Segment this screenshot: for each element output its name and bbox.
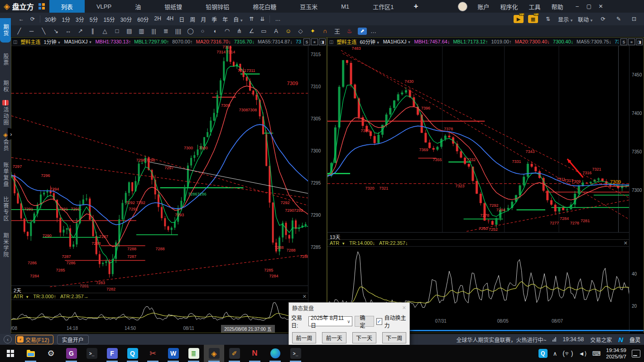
- interval-selector[interactable]: 1分钟▼: [43, 38, 61, 45]
- workspace-tab-9[interactable]: 工作区1: [361, 0, 405, 13]
- close-indicator-icon[interactable]: ✕: [624, 240, 628, 246]
- left-chart-canvas[interactable]: 7297729672947291729172917290728872877287…: [11, 46, 309, 333]
- taskbar-file-explorer-icon[interactable]: [20, 345, 41, 362]
- trade-button[interactable]: ⚡ 交易(F12): [15, 335, 53, 344]
- display-dropdown[interactable]: 显示▼: [558, 15, 573, 23]
- interval-button-周[interactable]: 周: [187, 15, 198, 23]
- link-dropdown[interactable]: 联动▼: [578, 15, 593, 23]
- arc-tool-icon[interactable]: ◖: [209, 26, 221, 36]
- taskbar-qq-icon[interactable]: Q: [122, 345, 143, 362]
- more-tools-icon[interactable]: …: [368, 26, 379, 36]
- interval-button-60分[interactable]: 60分: [135, 15, 151, 23]
- pitchfork-tool-icon[interactable]: ⋔: [234, 26, 245, 36]
- workspace-tab-5[interactable]: 铅钢锌铝: [194, 0, 241, 13]
- volume-icon[interactable]: ◄⟩: [579, 350, 587, 357]
- sidebar-item-2[interactable]: 股票: [0, 53, 10, 66]
- list-button[interactable]: ≡: [311, 38, 318, 45]
- magnet-mode-icon[interactable]: ∩: [319, 26, 331, 36]
- sidebar-item-6[interactable]: 账单复盘: [0, 162, 10, 187]
- text-box-tool-icon[interactable]: ▤: [124, 26, 135, 36]
- keyboard-icon[interactable]: ⌨: [592, 350, 601, 357]
- segment-tool-icon[interactable]: ╱: [14, 26, 25, 36]
- sync-icon[interactable]: ⟳: [598, 16, 609, 22]
- workspace-tab-8[interactable]: M1: [329, 0, 361, 13]
- interval-button-4H[interactable]: 4H: [164, 15, 176, 23]
- trend-arrow-tool-icon[interactable]: ↗: [75, 26, 86, 36]
- fib-retracement-tool-icon[interactable]: ≣: [160, 26, 172, 36]
- dialog-nav-button-4[interactable]: 下一周: [382, 332, 406, 343]
- close-indicator-icon[interactable]: ✕: [303, 294, 307, 300]
- gann-tool-icon[interactable]: 王: [332, 26, 343, 36]
- share-icon[interactable]: ⇅: [543, 16, 553, 22]
- dialog-nav-button-1[interactable]: 前一周: [292, 332, 316, 343]
- list-button[interactable]: ≡: [628, 38, 635, 45]
- interval-button-15分[interactable]: 15分: [101, 15, 117, 23]
- replay-vip-icon[interactable]: ▶VIP: [514, 15, 524, 23]
- ruler-tool-icon[interactable]: ▭: [258, 26, 269, 36]
- sidebar-item-futures[interactable]: 期货: [0, 18, 11, 43]
- hot-marker-icon[interactable]: ♨: [344, 26, 355, 36]
- vertical-lines-tool-icon[interactable]: |||: [148, 26, 159, 36]
- menu-item-2[interactable]: 程序化: [495, 2, 523, 11]
- taskbar-n-app-icon[interactable]: N: [245, 345, 265, 362]
- workspace-tab-4[interactable]: 银纸镍: [153, 0, 194, 13]
- dialog-close-icon[interactable]: ✕: [402, 305, 406, 311]
- atr-name[interactable]: ATR ▼: [330, 240, 345, 246]
- notifications-icon[interactable]: [632, 350, 640, 357]
- more-intervals-icon[interactable]: …: [272, 16, 284, 22]
- sidebar-item-4[interactable]: 活动圈: [0, 100, 10, 126]
- circle-tool-icon[interactable]: ○: [197, 26, 208, 36]
- maximize-button[interactable]: ▢: [583, 0, 595, 13]
- interval-button-年[interactable]: 年: [220, 15, 231, 23]
- fib-extension-tool-icon[interactable]: ||||: [173, 26, 184, 36]
- dialog-nav-button-2[interactable]: 前一天: [322, 332, 346, 343]
- interval-button-3分[interactable]: 3分: [73, 15, 87, 23]
- split-button[interactable]: ◨: [319, 38, 326, 45]
- taskbar-notepad-icon[interactable]: ≣: [183, 345, 204, 362]
- workspace-tab-1[interactable]: 列表: [49, 0, 85, 13]
- qq-tray-icon[interactable]: Q: [538, 349, 548, 358]
- horizontal-line-tool-icon[interactable]: ─: [26, 26, 37, 36]
- dialog-titlebar[interactable]: 静态复盘 ✕: [289, 303, 409, 313]
- sidebar-item-3[interactable]: 期权: [0, 80, 10, 93]
- collapse-icon[interactable]: ‹: [4, 335, 12, 343]
- interval-button-30分[interactable]: 30分: [118, 15, 135, 23]
- taskbar-word-icon[interactable]: W: [163, 345, 183, 362]
- parallel-channel-tool-icon[interactable]: ∥: [87, 26, 98, 36]
- layout-grid-icon[interactable]: [38, 3, 45, 10]
- symbol-name[interactable]: 塑料主连: [20, 38, 40, 45]
- edit-icon[interactable]: ✎: [613, 16, 624, 22]
- right-price-axis[interactable]: 74507400735073004020: [629, 46, 644, 333]
- curve-tool-icon[interactable]: ◠: [221, 26, 233, 36]
- anchored-note-tool-icon[interactable]: ▥: [136, 26, 147, 36]
- export-chart-icon[interactable]: ⬈: [358, 28, 367, 35]
- trade-date-select[interactable]: 2025年 8月11日∨: [308, 316, 352, 326]
- taskbar-clock[interactable]: 19:34:59 2025/9/7: [606, 347, 626, 360]
- menu-item-4[interactable]: 帮助: [546, 2, 568, 11]
- indicator-selector[interactable]: MA1HGXJ▼: [383, 39, 411, 44]
- style-button[interactable]: S: [303, 38, 310, 45]
- taskbar-pencil-editor-icon[interactable]: ✐: [224, 345, 245, 362]
- rectangle-tool-icon[interactable]: □: [111, 26, 123, 36]
- indicator-selector[interactable]: MA1HGXJ▼: [64, 39, 92, 44]
- workspace-tab-3[interactable]: 油: [123, 0, 153, 13]
- ellipse-tool-icon[interactable]: ◯: [185, 26, 196, 36]
- open-account-button[interactable]: 实盘开户: [57, 335, 89, 344]
- arrow-line-tool-icon[interactable]: ↘: [50, 26, 62, 36]
- text-tool-icon[interactable]: A: [270, 26, 282, 36]
- interval-button-1分[interactable]: 1分: [59, 15, 73, 23]
- auto-switch-checkbox[interactable]: ✓: [376, 318, 382, 325]
- interval-selector[interactable]: 60分钟▼: [360, 38, 380, 45]
- add-workspace-button[interactable]: +: [406, 2, 427, 11]
- taskbar-settings-icon[interactable]: ⚙: [41, 345, 61, 362]
- chart-window-icon[interactable]: ◫: [13, 39, 17, 44]
- taskbar-cmd-icon[interactable]: >_: [285, 345, 306, 362]
- stats-vip-icon[interactable]: ▦VIP: [528, 15, 538, 23]
- diamond-marker-tool-icon[interactable]: ◇: [295, 26, 306, 36]
- jump-last-icon[interactable]: ⇊: [257, 16, 268, 22]
- workspace-tab-7[interactable]: 豆玉米: [288, 0, 329, 13]
- interval-button-日[interactable]: 日: [176, 15, 187, 23]
- confirm-button[interactable]: 确定: [355, 316, 374, 327]
- left-price-axis[interactable]: 7315731073057300729572907285: [308, 46, 327, 333]
- taskbar-pdf-app-icon[interactable]: G: [61, 345, 82, 362]
